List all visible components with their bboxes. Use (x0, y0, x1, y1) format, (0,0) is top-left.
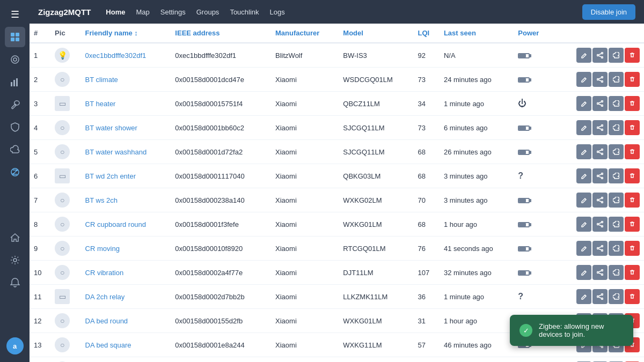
user-avatar[interactable]: a (6, 337, 24, 354)
delete-button[interactable] (625, 48, 640, 63)
sort-last-seen[interactable]: Last seen (444, 29, 476, 37)
shield-icon[interactable] (5, 117, 25, 137)
sort-friendly-name[interactable]: Friendly name ↕ (85, 29, 138, 37)
delete-button[interactable] (625, 144, 640, 159)
device-link[interactable]: CR vibration (85, 269, 124, 277)
menu-icon[interactable]: ☰ (5, 4, 25, 25)
home-icon[interactable] (5, 227, 25, 248)
delete-button[interactable] (625, 241, 640, 256)
delete-button[interactable] (625, 265, 640, 280)
share-button[interactable] (592, 168, 608, 183)
nav-settings[interactable]: Settings (160, 8, 186, 16)
cell-last-seen: 41 minutes a… (440, 357, 514, 363)
edit-button[interactable] (576, 289, 591, 304)
cell-pic: ○ (50, 212, 80, 237)
device-link[interactable]: DA bed round (85, 317, 128, 325)
delete-button[interactable] (625, 72, 640, 87)
cloud-button[interactable] (609, 193, 624, 208)
device-link[interactable]: BT water shower (85, 124, 137, 132)
edit-button[interactable] (576, 72, 591, 87)
sort-model[interactable]: Model (343, 29, 363, 37)
wrench-icon[interactable] (5, 94, 25, 115)
cloud-button[interactable] (609, 241, 624, 256)
col-friendly-name: Friendly name ↕ (81, 24, 171, 43)
cloud-button[interactable] (609, 289, 624, 304)
cloud-button[interactable] (609, 265, 624, 280)
svg-point-29 (602, 178, 603, 179)
edit-button[interactable] (576, 48, 591, 63)
device-link[interactable]: 0xec1bbdfffe302df1 (85, 51, 147, 60)
delete-button[interactable] (625, 217, 640, 232)
delete-button[interactable] (625, 193, 640, 208)
bell-icon[interactable] (5, 272, 25, 293)
sort-ieee[interactable]: IEEE address (175, 29, 219, 37)
delete-button[interactable] (625, 289, 640, 304)
delete-button[interactable] (625, 96, 640, 111)
cell-power (514, 212, 552, 237)
device-link[interactable]: CR cupboard round (85, 220, 146, 228)
cloud-button[interactable] (609, 96, 624, 111)
device-link[interactable]: CR moving (85, 245, 120, 253)
disable-join-button[interactable]: Disable join (582, 4, 635, 20)
nav-logs[interactable]: Logs (270, 8, 285, 16)
nav-groups[interactable]: Groups (196, 8, 219, 16)
device-link[interactable]: DA 2ch relay (85, 293, 125, 301)
chart-icon[interactable] (5, 72, 25, 92)
cell-num: 6 (30, 164, 50, 188)
share-button[interactable] (592, 144, 608, 159)
device-link[interactable]: BT heater (85, 100, 116, 108)
device-link[interactable]: BT wd 2ch enter (85, 172, 136, 180)
share-button[interactable] (592, 72, 608, 87)
share-button[interactable] (592, 265, 608, 280)
share-button[interactable] (592, 120, 608, 135)
share-button[interactable] (592, 241, 608, 256)
cloud-button[interactable] (609, 168, 624, 183)
svg-point-13 (597, 55, 599, 56)
share-button[interactable] (592, 217, 608, 232)
device-link[interactable]: DA bed square (85, 341, 131, 349)
cell-ieee: 0x00158d000155d2fb (171, 309, 271, 333)
delete-button[interactable] (625, 120, 640, 135)
edit-button[interactable] (576, 265, 591, 280)
cloud-button[interactable] (609, 72, 624, 87)
sort-manufacturer[interactable]: Manufacturer (275, 29, 319, 37)
gear-icon[interactable] (5, 250, 25, 270)
share-button[interactable] (592, 48, 608, 63)
edit-button[interactable] (576, 96, 591, 111)
edit-button[interactable] (576, 241, 591, 256)
device-link[interactable]: BT climate (85, 76, 118, 84)
edit-button[interactable] (576, 144, 591, 159)
edit-button[interactable] (576, 217, 591, 232)
cell-pic: ○ (50, 357, 80, 363)
sort-power[interactable]: Power (518, 29, 539, 37)
share-button[interactable] (592, 289, 608, 304)
share-button[interactable] (592, 193, 608, 208)
svg-point-44 (602, 298, 603, 300)
nav-touchlink[interactable]: Touchlink (230, 8, 259, 16)
device-link[interactable]: BT ws 2ch (85, 196, 118, 204)
cell-pic: ○ (50, 116, 80, 140)
dashboard-icon[interactable] (5, 27, 25, 47)
cloud-button[interactable] (609, 120, 624, 135)
share-button[interactable] (592, 96, 608, 111)
delete-button[interactable] (625, 168, 640, 183)
cloud-button[interactable] (609, 48, 624, 63)
cloud-button[interactable] (609, 217, 624, 232)
edit-button[interactable] (576, 168, 591, 183)
cloud-button[interactable] (609, 144, 624, 159)
cell-power: ? (514, 285, 552, 309)
cloud-icon[interactable] (5, 139, 25, 160)
sort-lqi[interactable]: LQI (418, 29, 430, 37)
cell-last-seen: 1 hour ago (440, 212, 514, 237)
power-battery-icon (518, 150, 530, 155)
svg-point-4 (11, 56, 19, 63)
cell-model: SJCGQ11LM (339, 140, 413, 164)
zigbee-icon[interactable] (5, 162, 25, 182)
nav-map[interactable]: Map (136, 8, 149, 16)
cell-model: RTCGQ01LM (339, 237, 413, 261)
edit-button[interactable] (576, 120, 591, 135)
device-link[interactable]: BT water washhand (85, 148, 147, 156)
devices-icon[interactable] (5, 49, 25, 70)
edit-button[interactable] (576, 193, 591, 208)
nav-home[interactable]: Home (106, 8, 125, 16)
